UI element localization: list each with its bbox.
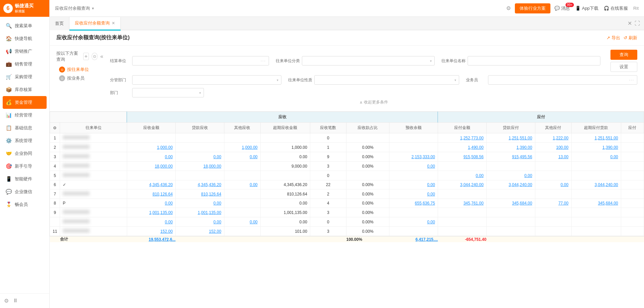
table-cell[interactable]: 1,000.00 bbox=[224, 143, 260, 152]
filter-collapse-btn[interactable]: ∧ 收起更多条件 bbox=[110, 97, 637, 107]
set-button[interactable]: 设置 bbox=[610, 62, 637, 72]
table-cell[interactable]: 0.00 bbox=[224, 217, 260, 227]
table-cell[interactable]: 152.00 bbox=[127, 227, 175, 236]
table-cell[interactable]: 0.00 bbox=[389, 189, 438, 199]
table-cell[interactable]: 18,000.00 bbox=[175, 162, 224, 171]
table-cell[interactable]: 345,684.00 bbox=[486, 199, 535, 208]
table-cell[interactable]: 3,044,240.00 bbox=[571, 180, 621, 189]
table-cell[interactable]: 1,222.00 bbox=[535, 133, 571, 143]
partner-name-input[interactable] bbox=[468, 56, 600, 65]
sidebar-item-basics[interactable]: 📋 基础信息 bbox=[0, 122, 49, 134]
settlement-input[interactable]: ··· bbox=[132, 56, 269, 65]
sidebar-item-marketing[interactable]: 📢 营销推广 bbox=[0, 45, 49, 58]
table-cell[interactable]: 3,044,240.00 bbox=[438, 180, 486, 189]
collapse-sidebar-icon[interactable]: ⏸ bbox=[13, 298, 18, 304]
table-cell[interactable]: 0.00 bbox=[175, 217, 224, 227]
table-cell[interactable]: 1,490.00 bbox=[438, 143, 486, 152]
sidebar-item-search-menu[interactable]: 🔍 搜索菜单 bbox=[0, 19, 49, 32]
export-button[interactable]: ↗ 导出 bbox=[606, 35, 620, 41]
tab-maximize-icon[interactable]: ⛶ bbox=[635, 20, 640, 27]
table-cell[interactable]: 0.00 bbox=[535, 180, 571, 189]
table-cell[interactable]: 4,345,436.20 bbox=[175, 180, 224, 189]
sidebar-item-member[interactable]: 🎖️ 畅会员 bbox=[0, 198, 49, 211]
table-cell[interactable]: 915,508.56 bbox=[438, 152, 486, 162]
sidebar-item-quick-nav[interactable]: 🏠 快捷导航 bbox=[0, 32, 49, 45]
table-cell[interactable]: 1,000.00 bbox=[127, 143, 175, 152]
filter-nav-icon[interactable]: « bbox=[100, 53, 103, 59]
settings-footer-icon[interactable]: ⚙ bbox=[4, 298, 9, 304]
table-cell[interactable]: 0.00 bbox=[175, 199, 224, 208]
salesman-input[interactable]: ··· bbox=[488, 75, 637, 85]
table-cell[interactable]: 1,390.00 bbox=[486, 143, 535, 152]
table-cell[interactable]: 0.00 bbox=[175, 152, 224, 162]
table-cell[interactable]: 0.00 bbox=[127, 199, 175, 208]
table-cell[interactable]: 0.00 bbox=[438, 171, 486, 180]
tab-ar-ap[interactable]: 应收应付余额查询 ✕ bbox=[69, 17, 121, 31]
table-cell[interactable]: 655,636.75 bbox=[389, 199, 438, 208]
table-cell[interactable]: 0.00 bbox=[127, 217, 175, 227]
sidebar-item-purchase[interactable]: 🛒 采购管理 bbox=[0, 71, 49, 83]
filter-circle-icon[interactable]: ⊙ bbox=[92, 53, 98, 60]
table-cell: 0 bbox=[310, 217, 346, 227]
table-cell[interactable]: 1,252,773.00 bbox=[438, 133, 486, 143]
table-cell[interactable]: 0.00 bbox=[389, 180, 438, 189]
sidebar-item-wechat[interactable]: 💬 企业微信 bbox=[0, 185, 49, 198]
table-cell[interactable]: 18,000.00 bbox=[127, 162, 175, 171]
table-cell[interactable]: 0.00 bbox=[389, 162, 438, 171]
partner-cell bbox=[60, 143, 127, 152]
table-cell[interactable]: 1,390.00 bbox=[571, 143, 621, 152]
message-btn[interactable]: 💬 消息 99+ bbox=[554, 5, 570, 11]
online-service-btn[interactable]: 🎧 在线客服 bbox=[604, 5, 628, 11]
table-cell[interactable]: 4,345,436.20 bbox=[127, 180, 175, 189]
table-cell[interactable]: 810,126.64 bbox=[175, 189, 224, 199]
tab-home[interactable]: 首页 bbox=[50, 17, 69, 30]
table-cell[interactable]: 77.00 bbox=[535, 199, 571, 208]
footer-ar-total[interactable]: 19,553,472,6... bbox=[127, 236, 175, 242]
table-cell[interactable]: 0.00 bbox=[224, 152, 260, 162]
table-cell[interactable]: 915,495.56 bbox=[486, 152, 535, 162]
table-cell[interactable]: 3,044,240.00 bbox=[486, 180, 535, 189]
table-cell[interactable]: 345,684.00 bbox=[571, 199, 621, 208]
page-title: 应收应付余额查询(按往来单位) bbox=[56, 34, 130, 41]
partner-nature-input[interactable]: ▾ bbox=[314, 75, 460, 85]
table-cell[interactable]: 13.00 bbox=[535, 152, 571, 162]
sidebar-item-collab[interactable]: 🤝 企业协同 bbox=[0, 147, 49, 160]
table-cell[interactable]: 1,001,135.00 bbox=[175, 208, 224, 217]
table-cell[interactable]: 152.00 bbox=[175, 227, 224, 236]
tab-close-window-icon[interactable]: ✕ bbox=[628, 20, 632, 27]
query-button[interactable]: 查询 bbox=[610, 50, 637, 60]
sidebar-item-guide[interactable]: 🎯 新手引导 bbox=[0, 160, 49, 173]
sidebar-item-hardware[interactable]: 📱 智能硬件 bbox=[0, 173, 49, 185]
refresh-button[interactable]: ↺ 刷新 bbox=[624, 35, 637, 41]
table-cell[interactable]: 100.00 bbox=[535, 143, 571, 152]
sidebar-item-system[interactable]: ⚙️ 系统管理 bbox=[0, 134, 49, 147]
sidebar-item-sales[interactable]: 💼 销售管理 bbox=[0, 58, 49, 71]
dept-manage-input[interactable]: ▾ bbox=[132, 75, 281, 85]
table-cell[interactable]: 1,251,551.00 bbox=[486, 133, 535, 143]
footer-ar-prepay[interactable]: 6,417,215.... bbox=[389, 236, 438, 242]
table-cell[interactable]: 1,251,551.00 bbox=[571, 133, 621, 143]
table-cell[interactable]: 0.00 bbox=[389, 217, 438, 227]
table-cell[interactable]: 0.00 bbox=[486, 171, 535, 180]
table-cell[interactable]: 0.00 bbox=[224, 180, 260, 189]
filter-add-icon[interactable]: + bbox=[83, 53, 89, 60]
trial-button[interactable]: 体验行业方案 bbox=[515, 3, 550, 13]
table-cell[interactable]: 1,001,135.00 bbox=[127, 208, 175, 217]
filter-field-salesman: 业务员 ··· bbox=[466, 75, 637, 85]
sub-filter-by-staff[interactable]: ⊙ 按业务员 bbox=[56, 74, 103, 83]
sidebar-item-inventory[interactable]: 📦 库存核算 bbox=[0, 83, 49, 96]
table-cell[interactable]: 345,761.00 bbox=[438, 199, 486, 208]
sub-filter-by-unit[interactable]: ⊙ 按往来单位 bbox=[56, 65, 103, 74]
partner-cat-input[interactable]: ▾ bbox=[302, 56, 435, 65]
th-settings[interactable]: ⚙ bbox=[50, 123, 60, 133]
sidebar-item-finance[interactable]: 💰 资金管理 bbox=[3, 96, 47, 109]
table-cell[interactable]: 0.00 bbox=[571, 152, 621, 162]
table-cell[interactable]: 0.00 bbox=[127, 152, 175, 162]
tab-close-icon[interactable]: ✕ bbox=[112, 21, 115, 26]
header-gear-icon[interactable]: ⚙ bbox=[506, 5, 511, 11]
app-download-btn[interactable]: 📱 App下载 bbox=[575, 5, 598, 11]
table-cell[interactable]: 810,126.64 bbox=[127, 189, 175, 199]
table-cell[interactable]: 2,153,333.00 bbox=[389, 152, 438, 162]
dept-input[interactable]: ▾ bbox=[132, 88, 204, 97]
sidebar-item-operations[interactable]: 📊 经营管理 bbox=[0, 109, 49, 122]
